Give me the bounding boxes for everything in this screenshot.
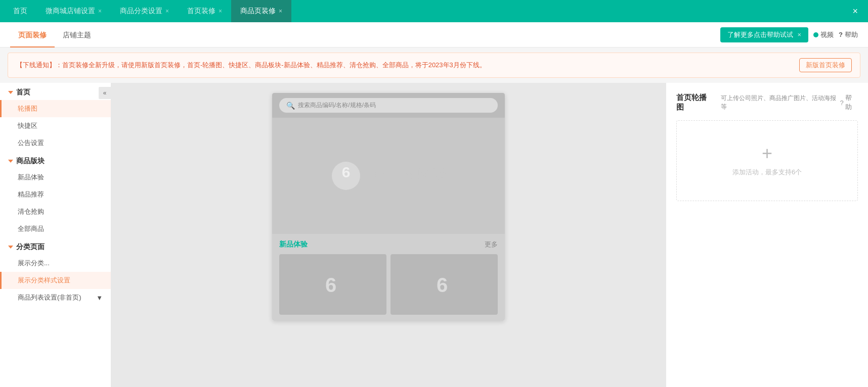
help-button[interactable]: ? 帮助 (839, 30, 858, 39)
main-area: « 首页 轮播图 快捷区 公告设置 商品版块 新品体验 精品推荐 清仓抢购 (0, 83, 868, 387)
sidebar-item-all-products[interactable]: 全部商品 (0, 220, 111, 237)
chevron-down-icon: ▼ (96, 294, 103, 302)
banner-logo: 6 Banner区域 (331, 161, 446, 191)
sidebar-section-home[interactable]: 首页 (0, 83, 111, 100)
sidebar-item-clearance[interactable]: 清仓抢购 (0, 203, 111, 220)
sub-tab-store-theme[interactable]: 店铺主题 (55, 22, 99, 47)
panel-help-button[interactable]: ? 帮助 (840, 93, 858, 112)
banner-area: 6 Banner区域 (272, 118, 505, 234)
sidebar-section-products[interactable]: 商品版块 (0, 152, 111, 169)
sidebar-section-category[interactable]: 分类页面 (0, 237, 111, 255)
right-panel: 首页轮播图 可上传公司照片、商品推广图片、活动海报等 ? 帮助 + 添加活动，最… (666, 83, 868, 387)
notice-bar: 【下线通知】：首页装修全新升级，请使用新版首页装修，首页-轮播图、快捷区、商品板… (8, 53, 860, 78)
notice-text: 【下线通知】：首页装修全新升级，请使用新版首页装修，首页-轮播图、快捷区、商品板… (16, 61, 486, 70)
phone-frame: 🔍 搜索商品编码/名称/规格/条码 6 Banner区域 (272, 93, 505, 321)
product-grid: 6 6 (279, 254, 498, 315)
video-dot-icon (813, 32, 818, 37)
brand-icon: 6 (331, 161, 361, 191)
section-more: 更多 (485, 240, 498, 249)
sub-header: 页面装修 店铺主题 了解更多点击帮助试试 × 视频 ? 帮助 (0, 22, 868, 47)
svg-text:6: 6 (325, 274, 336, 296)
tab-store-settings[interactable]: 微商城店铺设置 × (36, 0, 111, 22)
section-title: 新品体验 (279, 240, 308, 249)
sub-tab-page-decor[interactable]: 页面装修 (10, 22, 55, 47)
collapse-triangle-home (8, 91, 13, 94)
search-placeholder: 搜索商品编码/名称/规格/条码 (298, 101, 376, 110)
panel-title-row: 首页轮播图 可上传公司照片、商品推广图片、活动海报等 ? 帮助 (676, 93, 858, 112)
tab-product-decor[interactable]: 商品页装修 × (231, 0, 291, 22)
sidebar-item-show-cat[interactable]: 展示分类... (0, 255, 111, 272)
search-input-preview[interactable]: 🔍 搜索商品编码/名称/规格/条码 (279, 98, 498, 113)
svg-text:6: 6 (437, 274, 448, 296)
collapse-triangle-products (8, 160, 13, 163)
sidebar-collapse-button[interactable]: « (99, 87, 111, 99)
new-version-button[interactable]: 新版首页装修 (799, 58, 852, 72)
question-icon: ? (839, 31, 843, 38)
panel-title: 首页轮播图 (676, 93, 714, 112)
help-circle-icon: ? (840, 99, 843, 107)
panel-subtitle: 可上传公司照片、商品推广图片、活动海报等 (721, 94, 840, 111)
help-tip-text: 了解更多点击帮助试试 (727, 30, 793, 39)
product-section: 新品体验 更多 6 6 (272, 234, 505, 321)
sidebar: « 首页 轮播图 快捷区 公告设置 商品版块 新品体验 精品推荐 清仓抢购 (0, 83, 111, 387)
phone-search-bar: 🔍 搜索商品编码/名称/规格/条码 (272, 93, 505, 118)
product-thumb-1: 6 (279, 254, 386, 315)
product-section-header: 新品体验 更多 (279, 240, 498, 249)
tab-home[interactable]: 首页 (4, 0, 36, 22)
sidebar-item-cat-style[interactable]: 展示分类样式设置 (0, 272, 111, 289)
sidebar-item-featured[interactable]: 精品推荐 (0, 186, 111, 203)
help-banner: 了解更多点击帮助试试 × 视频 ? 帮助 (720, 27, 858, 42)
tab-product-decor-close[interactable]: × (279, 8, 282, 15)
collapse-triangle-category (8, 246, 13, 249)
plus-icon: + (762, 144, 772, 163)
sidebar-item-shortcut[interactable]: 快捷区 (0, 117, 111, 134)
tab-home-decor-close[interactable]: × (219, 8, 222, 15)
add-banner-area[interactable]: + 添加活动，最多支持6个 (676, 120, 858, 201)
search-icon: 🔍 (286, 102, 295, 110)
preview-area: 🔍 搜索商品编码/名称/规格/条码 6 Banner区域 (111, 83, 666, 387)
video-button[interactable]: 视频 (813, 30, 834, 39)
tab-category-settings[interactable]: 商品分类设置 × (111, 0, 178, 22)
banner-text: Banner区域 (369, 166, 446, 185)
tab-home-decor[interactable]: 首页装修 × (178, 0, 231, 22)
svg-text:6: 6 (341, 164, 350, 180)
sidebar-item-product-list[interactable]: 商品列表设置(非首页) ▼ (0, 289, 111, 306)
sidebar-item-notice[interactable]: 公告设置 (0, 134, 111, 152)
product-thumb-2: 6 (390, 254, 498, 315)
help-tip-banner[interactable]: 了解更多点击帮助试试 × (720, 27, 808, 42)
sidebar-item-new-exp[interactable]: 新品体验 (0, 169, 111, 186)
tab-store-settings-close[interactable]: × (98, 8, 102, 15)
sidebar-item-banner[interactable]: 轮播图 (0, 100, 111, 117)
tab-category-settings-close[interactable]: × (165, 8, 169, 15)
tab-bar: 首页 微商城店铺设置 × 商品分类设置 × 首页装修 × 商品页装修 × × (0, 0, 868, 22)
tab-bar-close-all[interactable]: × (846, 6, 864, 17)
help-tip-close[interactable]: × (797, 31, 801, 38)
add-banner-label: 添加活动，最多支持6个 (732, 168, 802, 177)
